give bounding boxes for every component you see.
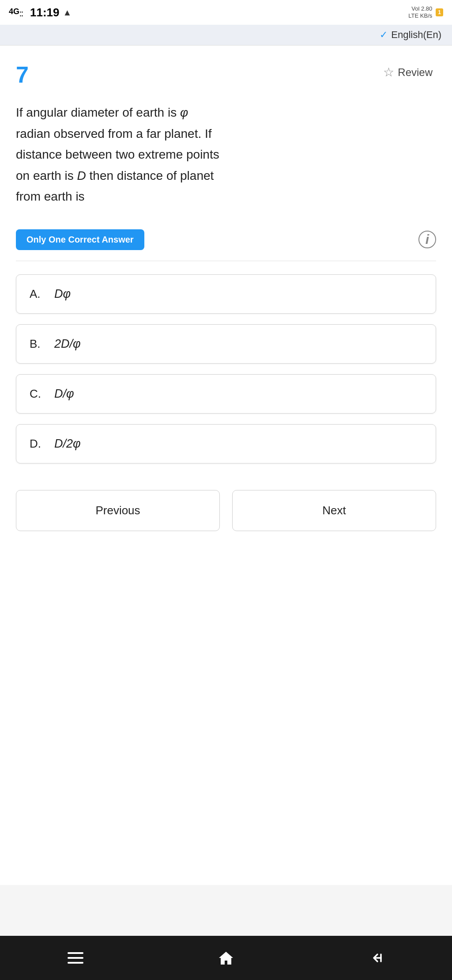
language-selector[interactable]: ✓ English(En) <box>380 29 441 41</box>
option-c-label: C. <box>30 387 45 401</box>
language-bar: ✓ English(En) <box>0 25 452 46</box>
back-icon[interactable] <box>369 950 384 966</box>
language-label: English(En) <box>391 29 441 41</box>
menu-icon[interactable] <box>68 952 83 964</box>
status-right: Vol 2.80 LTE KB/s 1 <box>408 5 443 19</box>
status-bar: 4G⁚⁚ 11:19 ▲ Vol 2.80 LTE KB/s 1 <box>0 0 452 25</box>
svg-rect-0 <box>68 952 83 954</box>
option-a-text: Dφ <box>54 287 71 301</box>
bottom-nav-bar <box>0 936 452 980</box>
next-button[interactable]: Next <box>232 490 436 531</box>
info-icon[interactable]: i <box>418 231 436 248</box>
warning-icon: ▲ <box>63 8 72 18</box>
previous-button[interactable]: Previous <box>16 490 220 531</box>
network-info: Vol 2.80 LTE KB/s <box>408 5 432 19</box>
time-display: 11:19 <box>30 6 60 19</box>
nav-buttons: Previous Next <box>16 490 436 531</box>
only-one-badge: Only One Correct Answer <box>16 229 144 250</box>
option-c[interactable]: C. D/φ <box>16 374 436 414</box>
main-content: 7 ☆ Review If angular diameter of earth … <box>0 46 452 885</box>
divider <box>16 261 436 261</box>
status-left: 4G⁚⁚ 11:19 ▲ <box>9 6 72 19</box>
option-d[interactable]: D. D/2φ <box>16 424 436 463</box>
option-a[interactable]: A. Dφ <box>16 274 436 314</box>
review-button[interactable]: ☆ Review <box>380 63 436 81</box>
question-number: 7 <box>16 63 29 86</box>
svg-marker-3 <box>219 952 233 965</box>
info-label: i <box>426 232 429 247</box>
home-icon[interactable] <box>218 950 234 966</box>
option-c-text: D/φ <box>54 387 74 401</box>
review-label: Review <box>398 66 433 79</box>
option-d-text: D/2φ <box>54 437 81 451</box>
svg-rect-2 <box>68 962 83 964</box>
options-list: A. Dφ B. 2D/φ C. D/φ D. D/2φ <box>16 274 436 463</box>
option-b[interactable]: B. 2D/φ <box>16 324 436 364</box>
question-header: 7 ☆ Review <box>16 63 436 86</box>
checkmark-icon: ✓ <box>380 29 388 41</box>
badge-row: Only One Correct Answer i <box>16 229 436 250</box>
option-a-label: A. <box>30 287 45 301</box>
signal-icon: 4G⁚⁚ <box>9 7 23 18</box>
option-b-text: 2D/φ <box>54 337 81 351</box>
option-b-label: B. <box>30 337 45 351</box>
star-icon: ☆ <box>383 65 394 80</box>
battery-icon: 1 <box>436 8 443 16</box>
svg-rect-1 <box>68 957 83 959</box>
option-d-label: D. <box>30 437 45 451</box>
question-text: If angular diameter of earth is φ radian… <box>16 102 436 207</box>
